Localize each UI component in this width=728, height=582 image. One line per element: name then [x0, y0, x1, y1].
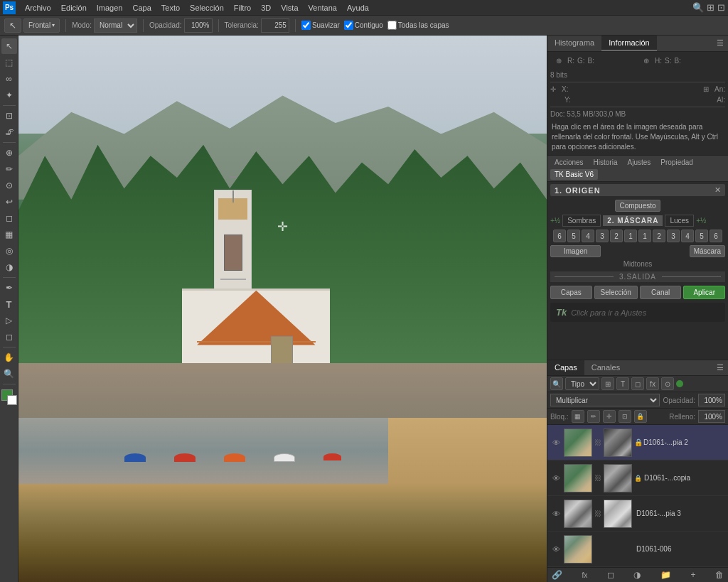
blend-mode-select[interactable]: Multiplicar [550, 394, 660, 406]
num-btn-6-left[interactable]: 6 [553, 230, 566, 242]
num-btn-4-left[interactable]: 4 [582, 230, 594, 242]
tool-move[interactable]: ↖ [1, 38, 17, 54]
tool-zoom[interactable]: 🔍 [1, 366, 17, 382]
tool-blur[interactable]: ◎ [1, 243, 17, 259]
menu-texto[interactable]: Texto [156, 2, 185, 14]
filter-btn-3[interactable]: ◻ [631, 377, 644, 390]
mascara-button[interactable]: Máscara [690, 245, 725, 257]
delete-layer-btn[interactable]: 🗑 [715, 570, 724, 580]
lock-transparent[interactable]: ▦ [572, 410, 584, 423]
layer-item-1[interactable]: 👁 ⛓ 🔒 D1061-...pia 2 [547, 425, 728, 460]
filter-btn-5[interactable]: ⊙ [661, 377, 674, 390]
layer-item-3[interactable]: 👁 ⛓ D1061-...pia 3 [547, 496, 728, 532]
tool-marquee[interactable]: ⬚ [1, 55, 17, 70]
menu-3d[interactable]: 3D [256, 2, 276, 14]
layer-2-visibility[interactable]: 👁 [550, 474, 562, 483]
tool-hand[interactable]: ✋ [1, 350, 17, 365]
num-btn-3-left[interactable]: 3 [596, 230, 609, 242]
layer-4-visibility[interactable]: 👁 [550, 545, 562, 554]
tool-gradient[interactable]: ▦ [1, 227, 17, 242]
menu-seleccion[interactable]: Selección [185, 2, 229, 14]
tool-eyedropper[interactable]: 🖇 [1, 124, 17, 140]
new-layer-btn[interactable]: + [690, 570, 695, 580]
num-btn-6-right[interactable]: 6 [710, 230, 722, 242]
imagen-button[interactable]: Imagen [550, 245, 601, 257]
todas-capas-checkbox[interactable]: Todas las capas [387, 21, 449, 30]
link-layers-btn[interactable]: 🔗 [552, 570, 562, 580]
modo-select[interactable]: Normal [94, 18, 137, 33]
lock-all[interactable]: 🔒 [634, 410, 647, 423]
canvas-area[interactable]: ✛ [18, 36, 547, 582]
num-btn-1-left[interactable]: 1 [624, 230, 637, 242]
tipo-select[interactable]: Tipo [565, 377, 599, 390]
background-color[interactable] [7, 395, 17, 405]
search-button[interactable]: 🔍 [692, 2, 704, 13]
layer-1-visibility[interactable]: 👁 [550, 438, 562, 447]
filter-btn-1[interactable]: ⊞ [601, 377, 614, 390]
tool-path-select[interactable]: ▷ [1, 313, 17, 328]
tolerancia-input[interactable] [261, 18, 289, 33]
num-btn-2-left[interactable]: 2 [610, 230, 623, 242]
menu-edicion[interactable]: Edición [56, 2, 92, 14]
seleccion-button[interactable]: Selección [594, 286, 638, 299]
search-icon[interactable]: 🔍 [550, 377, 563, 390]
layer-mask-btn[interactable]: ◻ [607, 570, 614, 580]
menu-capa[interactable]: Capa [127, 2, 156, 14]
frontal-button[interactable]: Frontal ▾ [23, 18, 60, 33]
tool-dodge[interactable]: ◑ [1, 259, 17, 275]
num-btn-2-right[interactable]: 2 [653, 230, 665, 242]
tab-capas[interactable]: Capas [547, 360, 584, 375]
tab-ajustes[interactable]: Ajustes [623, 157, 655, 168]
menu-archivo[interactable]: Archivo [20, 2, 56, 14]
layer-item-4[interactable]: 👁 D1061-006 [547, 532, 728, 567]
lock-move[interactable]: ✛ [603, 410, 616, 423]
filter-btn-4[interactable]: fx [646, 377, 659, 390]
tab-informacion[interactable]: Información [601, 36, 656, 51]
layer-3-chain[interactable]: ⛓ [594, 510, 601, 517]
tool-pen[interactable]: ✒ [1, 280, 17, 296]
color-swatches[interactable] [1, 389, 17, 405]
menu-ayuda[interactable]: Ayuda [342, 2, 374, 14]
fx-btn[interactable]: fx [582, 571, 588, 579]
contiguo-checkbox[interactable]: Contiguo [344, 21, 383, 30]
layer-3-visibility[interactable]: 👁 [550, 510, 562, 518]
layer-item-2[interactable]: 👁 ⛓ 🔒 D1061-...copia [547, 460, 728, 496]
fill-input[interactable] [698, 410, 725, 423]
filter-active-dot[interactable] [676, 380, 683, 387]
menu-vista[interactable]: Vista [276, 2, 303, 14]
tab-acciones[interactable]: Acciones [550, 157, 588, 168]
tab-histograma[interactable]: Histograma [547, 36, 601, 51]
menu-filtro[interactable]: Filtro [229, 2, 256, 14]
tool-heal[interactable]: ⊕ [1, 145, 17, 161]
luces-button[interactable]: Luces [665, 215, 694, 227]
origen-close[interactable]: ✕ [714, 185, 721, 195]
tool-eraser[interactable]: ◻ [1, 210, 17, 226]
layers-menu-icon[interactable]: ☰ [712, 360, 728, 375]
tool-selector[interactable]: ↖ [4, 18, 21, 33]
adjustment-btn[interactable]: ◑ [633, 570, 641, 580]
tool-text[interactable]: T [1, 296, 17, 312]
num-btn-3-right[interactable]: 3 [667, 230, 680, 242]
tk-click-area[interactable]: Tk Click para ir a Ajustes [550, 303, 725, 322]
num-btn-4-right[interactable]: 4 [681, 230, 694, 242]
tool-history-brush[interactable]: ↩ [1, 194, 17, 210]
filter-btn-2[interactable]: T [616, 377, 629, 390]
num-btn-5-left[interactable]: 5 [567, 230, 580, 242]
tool-magic-wand[interactable]: ✦ [1, 87, 17, 103]
compuesto-button[interactable]: Compuesto [615, 200, 660, 212]
group-btn[interactable]: 📁 [660, 570, 671, 580]
lock-artboard[interactable]: ⊡ [619, 410, 631, 423]
menu-imagen[interactable]: Imagen [92, 2, 128, 14]
lock-paint[interactable]: ✏ [587, 410, 600, 423]
aplicar-button[interactable]: Aplicar [683, 286, 725, 299]
tab-propiedad[interactable]: Propiedad [656, 157, 697, 168]
opacity-input[interactable] [698, 394, 725, 406]
sombras-button[interactable]: Sombras [562, 215, 601, 227]
panel-menu-icon[interactable]: ☰ [712, 36, 728, 51]
arrange-button[interactable]: ⊞ [707, 2, 714, 13]
num-btn-1-right[interactable]: 1 [638, 230, 651, 242]
suavizar-checkbox[interactable]: Suavizar [301, 21, 340, 30]
tool-clone[interactable]: ⊙ [1, 178, 17, 193]
tool-crop[interactable]: ⊡ [1, 108, 17, 124]
num-btn-5-right[interactable]: 5 [695, 230, 708, 242]
